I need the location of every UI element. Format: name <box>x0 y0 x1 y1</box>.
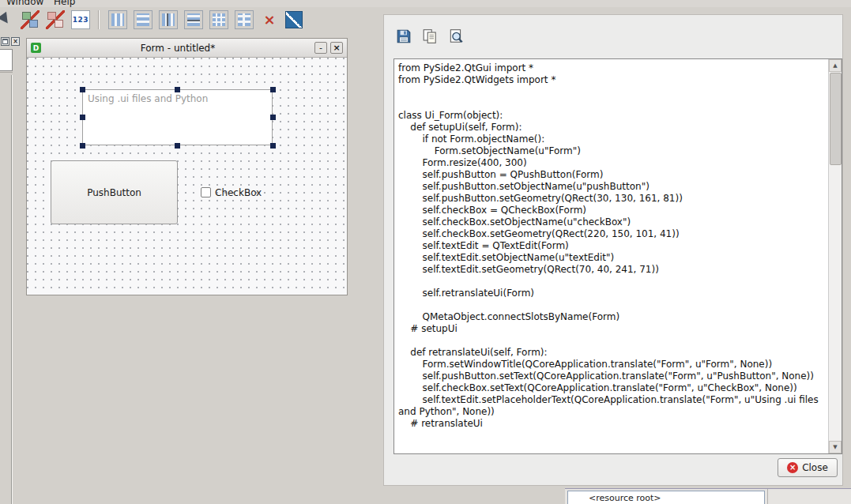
edit-widgets-icon[interactable] <box>0 10 14 29</box>
save-icon <box>396 28 412 44</box>
form-window-titlebar[interactable]: D Form - untitled* - × <box>27 39 347 58</box>
checkbox-indicator[interactable] <box>201 187 211 197</box>
vertical-scrollbar[interactable]: ▲ ▼ <box>828 59 842 453</box>
selection-handle[interactable] <box>270 143 276 149</box>
dock-float-icon[interactable] <box>1 37 9 46</box>
copy-code-button[interactable] <box>420 26 440 47</box>
desktop: Window Help 123× × D Form - untitled* - … <box>0 0 851 504</box>
form-minimize-button[interactable]: - <box>314 42 327 54</box>
pushbutton-widget[interactable]: PushButton <box>51 160 178 224</box>
menu-help[interactable]: Help <box>54 0 75 7</box>
selection-handle[interactable] <box>270 115 276 120</box>
textedit-widget[interactable]: Using .ui files and Python <box>82 89 273 145</box>
close-x-icon: × <box>787 462 798 473</box>
textedit-placeholder: Using .ui files and Python <box>83 90 272 107</box>
form-canvas[interactable]: Using .ui files and Python PushButton Ch… <box>27 58 347 295</box>
view-code-dialog: from PySide2.QtGui import * from PySide2… <box>383 14 843 486</box>
layout-grid-icon[interactable] <box>209 10 228 29</box>
resource-pane-divider <box>767 489 768 504</box>
code-text[interactable]: from PySide2.QtGui import * from PySide2… <box>394 59 828 453</box>
save-code-button[interactable] <box>393 26 414 47</box>
dock-float-glyph <box>2 39 8 44</box>
selection-handle[interactable] <box>270 87 276 92</box>
menubar: Window Help <box>0 0 851 7</box>
layout-vertical-icon[interactable] <box>134 10 153 29</box>
form-close-button[interactable]: × <box>330 42 343 54</box>
checkbox-label: CheckBox <box>215 187 262 198</box>
layout-form-icon[interactable] <box>235 10 254 29</box>
checkbox-widget[interactable]: CheckBox <box>201 176 281 209</box>
selection-handle[interactable] <box>80 87 85 92</box>
find-code-button[interactable] <box>446 26 466 47</box>
layout-horizontal-icon[interactable] <box>108 10 127 29</box>
form-window: D Form - untitled* - × Using .ui files a… <box>26 38 348 295</box>
scroll-down-arrow[interactable]: ▼ <box>829 441 842 453</box>
toolbar-separator <box>96 10 102 29</box>
scroll-up-arrow[interactable]: ▲ <box>829 59 842 72</box>
selection-handle[interactable] <box>80 115 85 120</box>
close-button[interactable]: × Close <box>778 458 838 477</box>
selection-handle[interactable] <box>80 143 85 149</box>
layout-splitter-horizontal-icon[interactable] <box>159 10 178 29</box>
dock-divider <box>11 75 13 504</box>
find-icon <box>448 28 464 44</box>
resource-browser: <resource root> <box>565 488 851 504</box>
form-file-icon: D <box>31 43 41 53</box>
code-dialog-toolbar <box>393 26 466 47</box>
dock-close-icon[interactable]: × <box>11 37 20 46</box>
copy-icon <box>422 28 438 44</box>
widgetbox-filter-fragment[interactable] <box>0 49 13 71</box>
form-window-title: Form - untitled* <box>44 43 311 54</box>
selection-handle[interactable] <box>175 143 180 149</box>
main-toolbar: 123× <box>0 10 303 29</box>
resource-tree[interactable]: <resource root> <box>567 491 765 504</box>
menu-window[interactable]: Window <box>6 0 43 7</box>
selection-handle[interactable] <box>175 87 180 92</box>
resource-root-item[interactable]: <resource root> <box>568 491 764 503</box>
adjust-size-icon[interactable] <box>285 11 303 28</box>
close-button-label: Close <box>802 462 828 473</box>
edit-buddies-icon[interactable] <box>46 10 65 29</box>
layout-splitter-vertical-icon[interactable] <box>184 10 203 29</box>
code-area[interactable]: from PySide2.QtGui import * from PySide2… <box>393 58 842 454</box>
scroll-thumb[interactable] <box>830 73 842 165</box>
edit-signals-slots-icon[interactable] <box>21 10 40 29</box>
dock-divider-horizontal <box>0 72 13 73</box>
edit-tab-order-icon[interactable]: 123 <box>71 10 90 29</box>
break-layout-icon[interactable]: × <box>260 10 279 29</box>
